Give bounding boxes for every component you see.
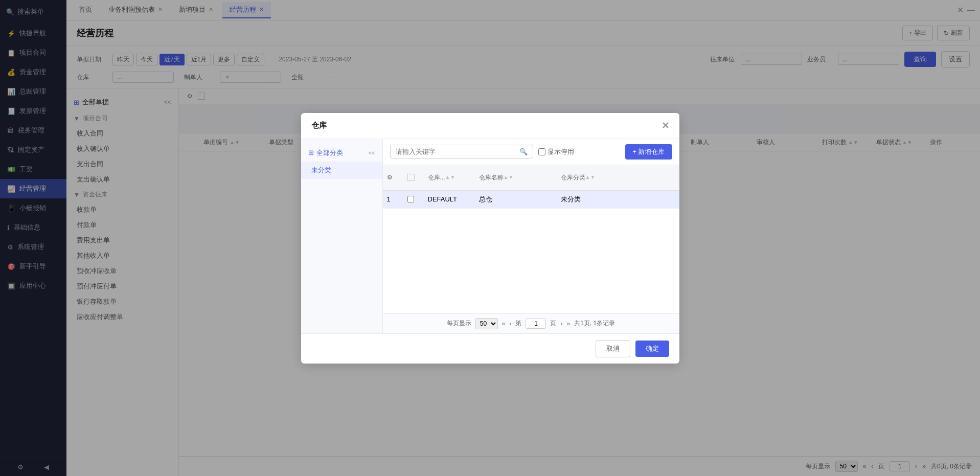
cancel-label: 取消 (606, 345, 620, 352)
category-sort-icon: ▲▼ (585, 175, 596, 180)
confirm-button[interactable]: 确定 (635, 341, 669, 357)
col-header-check (403, 169, 424, 186)
modal-right-panel: 🔍 显示停用 + 新增仓库 ⚙ (383, 139, 679, 333)
modal-search-input[interactable] (396, 148, 516, 155)
modal-page-label: 第 (515, 319, 521, 328)
row-code: DEFAULT (424, 191, 475, 208)
modal-left-collapse[interactable]: << (369, 150, 375, 156)
table-row[interactable]: 1 DEFAULT 总仓 未分类 (383, 191, 679, 209)
modal-total-records: 共1页, 1条记录 (574, 319, 615, 328)
row-index: 1 (383, 191, 403, 208)
check-all[interactable] (407, 174, 415, 181)
modal-table: ⚙ 仓库... ▲▼ 仓库名称 ▲▼ (383, 165, 679, 313)
modal-header: 仓库 ✕ (301, 113, 679, 139)
show-disabled-checkbox[interactable] (538, 148, 545, 155)
row-name: 总仓 (475, 191, 557, 208)
modal-body: ⊞ 全部分类 << 未分类 🔍 (301, 139, 679, 333)
modal-title: 仓库 (311, 121, 327, 130)
modal-category-item-unclassified[interactable]: 未分类 (301, 162, 382, 179)
row-checkbox[interactable] (403, 191, 424, 208)
row-category: 未分类 (557, 191, 628, 208)
show-disabled-label: 显示停用 (548, 147, 574, 156)
modal-toolbar: 🔍 显示停用 + 新增仓库 (383, 139, 679, 165)
warehouse-modal: 仓库 ✕ ⊞ 全部分类 << 未分类 (301, 113, 679, 364)
modal-left-header[interactable]: ⊞ 全部分类 << (301, 144, 382, 162)
modal-left-panel: ⊞ 全部分类 << 未分类 (301, 139, 383, 333)
col-header-category[interactable]: 仓库分类 ▲▼ (557, 169, 628, 186)
add-warehouse-button[interactable]: + 新增仓库 (625, 144, 672, 160)
modal-prev-page[interactable]: ‹ (509, 320, 511, 327)
modal-pagination: 每页显示 50 « ‹ 第 页 › » 共1页, 1条记录 (383, 313, 679, 333)
col-header-name[interactable]: 仓库名称 ▲▼ (475, 169, 557, 186)
modal-footer: 取消 确定 (301, 333, 679, 364)
col-header-settings: ⚙ (383, 169, 403, 186)
name-sort-icon: ▲▼ (504, 175, 514, 180)
modal-last-page[interactable]: » (566, 320, 570, 327)
show-disabled-toggle: 显示停用 (538, 147, 574, 156)
col-header-code[interactable]: 仓库... ▲▼ (424, 169, 475, 186)
modal-first-page[interactable]: « (502, 320, 506, 327)
modal-search-box: 🔍 (390, 145, 533, 158)
modal-per-page-label: 每页显示 (447, 319, 471, 328)
gear-icon: ⚙ (387, 174, 393, 181)
modal-close-button[interactable]: ✕ (662, 120, 669, 131)
modal-page-input[interactable] (526, 319, 546, 329)
row-check[interactable] (407, 196, 414, 202)
modal-overlay: 仓库 ✕ ⊞ 全部分类 << 未分类 (0, 0, 980, 476)
modal-category-label: 未分类 (311, 166, 331, 174)
modal-per-page-select[interactable]: 50 (475, 318, 498, 329)
search-icon: 🔍 (519, 148, 528, 155)
cancel-button[interactable]: 取消 (596, 340, 630, 357)
add-warehouse-label: + 新增仓库 (632, 147, 665, 156)
modal-table-header: ⚙ 仓库... ▲▼ 仓库名称 ▲▼ (383, 165, 679, 191)
modal-page-suffix: 页 (550, 319, 556, 328)
modal-next-page[interactable]: › (560, 320, 562, 327)
code-sort-icon: ▲▼ (445, 175, 455, 180)
modal-all-category-label: 全部分类 (316, 148, 343, 157)
confirm-label: 确定 (646, 345, 659, 352)
all-category-icon: ⊞ (308, 149, 314, 156)
